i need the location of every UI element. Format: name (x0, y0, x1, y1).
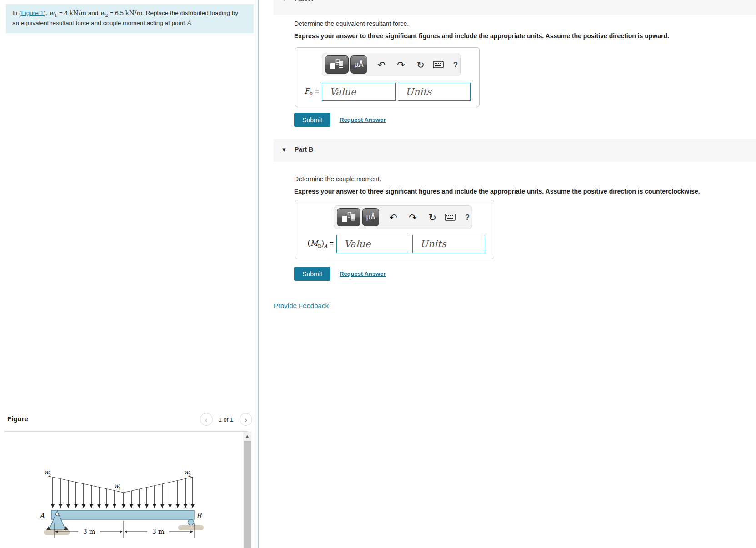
right-panel: ▼ Part A Determine the equivalent result… (260, 0, 756, 548)
figure-1-link[interactable]: Figure 1 (21, 10, 44, 16)
roller-support-b (178, 519, 204, 530)
unit-kn-m: kN/m (70, 9, 86, 16)
request-answer-link-part-b[interactable]: Request Answer (340, 270, 386, 277)
equation-template-button[interactable] (337, 208, 360, 226)
help-icon[interactable]: ? (461, 211, 474, 224)
keyboard-glyph (433, 61, 444, 68)
scrollbar-thumb[interactable] (244, 441, 251, 548)
mu-angstrom-icon: μÅ (355, 60, 364, 69)
w1-sub: 1 (118, 486, 121, 491)
problem-text: In ( (12, 10, 21, 16)
caret-down-icon: ▼ (282, 0, 295, 1)
scroll-up-icon[interactable]: ▲ (243, 433, 251, 440)
figure-page-indicator: 1 of 1 (213, 416, 239, 423)
value-input[interactable] (336, 235, 410, 253)
help-icon[interactable]: ? (449, 58, 462, 72)
w2-right-sub: 2 (188, 473, 191, 478)
redo-icon[interactable]: ↷ (406, 211, 419, 224)
mastering-problem-page: In (Figure 1), w1 = 4 kN/m and w2 = 6.5 … (0, 0, 756, 548)
undo-icon[interactable]: ↶ (375, 58, 388, 72)
units-symbols-button[interactable]: μÅ (362, 208, 379, 226)
figure-prev-button[interactable]: ‹ (200, 413, 213, 426)
value-input[interactable] (322, 83, 396, 101)
part-b-header[interactable]: ▼ Part B (274, 139, 756, 162)
part-a-answer-box: μÅ ↶ ↷ ↻ ? FR = (295, 47, 480, 107)
equals-sign: = (327, 239, 334, 247)
w2-left-sub: 2 (48, 473, 51, 478)
problem-text: . (191, 20, 193, 26)
problem-text: ), (44, 10, 49, 16)
left-panel: In (Figure 1), w1 = 4 kN/m and w2 = 6.5 … (0, 0, 259, 548)
mr-subscript: R (318, 244, 321, 249)
part-a-instruction: Express your answer to three significant… (294, 32, 669, 40)
point-a-variable: A (187, 19, 191, 26)
figure-next-button[interactable]: › (240, 413, 252, 426)
point-a-label: A (39, 512, 45, 520)
figure-section-title: Figure (7, 415, 28, 423)
part-a-header[interactable]: ▼ Part A (274, 0, 756, 15)
equation-toolbar: μÅ ↶ ↷ ↻ ? (334, 205, 472, 229)
equation-template-icon (330, 59, 344, 70)
provide-feedback-link[interactable]: Provide Feedback (274, 302, 329, 309)
redo-icon[interactable]: ↷ (395, 58, 407, 72)
mr-variable: M (310, 239, 318, 248)
reset-icon[interactable]: ↻ (414, 58, 427, 72)
units-symbols-button[interactable]: μÅ (350, 55, 367, 74)
problem-statement: In (Figure 1), w1 = 4 kN/m and w2 = 6.5 … (6, 4, 254, 33)
reset-icon[interactable]: ↻ (426, 211, 439, 224)
units-input[interactable] (412, 235, 485, 253)
figure-scrollbar[interactable]: ▲ (243, 432, 251, 548)
unit-kn-m: kN/m (125, 9, 142, 16)
part-b-description: Determine the couple moment. (294, 175, 381, 183)
load-envelope (53, 477, 193, 493)
units-input[interactable] (398, 83, 471, 101)
w1-variable: w (49, 9, 55, 16)
point-b-label: B (196, 512, 202, 520)
equation-toolbar: μÅ ↶ ↷ ↻ ? (322, 53, 461, 76)
undo-icon[interactable]: ↶ (387, 211, 400, 224)
part-a-title: Part A (295, 0, 313, 2)
keyboard-glyph (445, 214, 456, 221)
beam-figure: w 2 w 1 w 2 A B 3 m 3 m (27, 463, 236, 548)
chevron-left-icon: ‹ (205, 415, 208, 424)
problem-text: and (86, 10, 100, 16)
dimension-left-label: 3 m (83, 528, 95, 535)
part-b-answer-box: μÅ ↶ ↷ ↻ ? (MR)A = (295, 200, 494, 259)
figure-divider (5, 431, 248, 432)
submit-button-part-b[interactable]: Submit (294, 267, 330, 281)
mu-angstrom-icon: μÅ (366, 213, 375, 221)
chevron-right-icon: › (245, 415, 247, 424)
part-b-title: Part B (295, 146, 313, 153)
equation-template-button[interactable] (325, 55, 349, 74)
caret-down-icon: ▼ (282, 147, 295, 152)
problem-text: = 4 (57, 10, 70, 16)
beam (51, 510, 194, 519)
dimension-lines (54, 521, 194, 538)
request-answer-link-part-a[interactable]: Request Answer (340, 116, 386, 123)
w2-variable: w (100, 9, 105, 16)
fr-answer-label: FR = (299, 87, 319, 96)
dimension-right-label: 3 m (152, 528, 165, 535)
part-b-instruction: Express your answer to three significant… (294, 188, 700, 195)
part-a-description: Determine the equivalent resultant force… (294, 20, 409, 27)
keyboard-icon[interactable] (444, 211, 456, 224)
fr-variable: F (305, 87, 310, 95)
keyboard-icon[interactable] (432, 58, 445, 72)
mr-answer-label: (MR)A = (299, 239, 334, 249)
submit-button-part-a[interactable]: Submit (294, 113, 330, 127)
equation-template-icon (341, 211, 356, 223)
equals-sign: = (313, 87, 319, 95)
problem-text: = 6.5 (108, 10, 125, 16)
